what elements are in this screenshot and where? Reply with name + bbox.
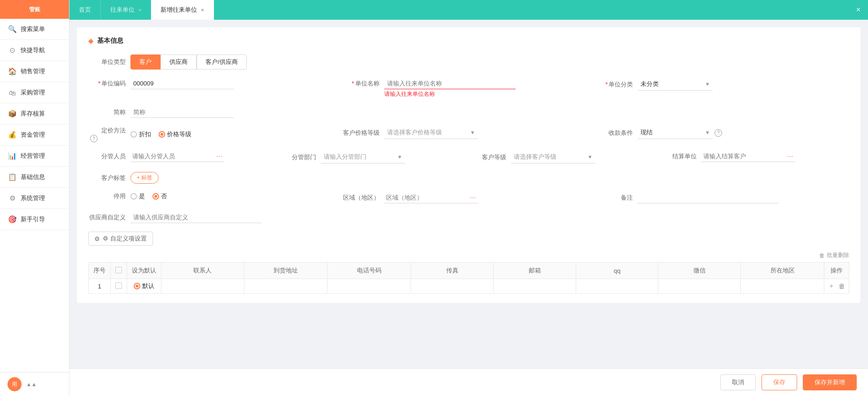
disabled-no-radio[interactable]: [152, 193, 159, 200]
category-label: *单位分类: [595, 80, 633, 89]
region-field: 区域（地区） ···: [342, 192, 596, 203]
col-phone: 电话号码: [327, 263, 411, 279]
sidebar-item-operation[interactable]: 📊 经营管理: [0, 146, 69, 167]
purchase-icon: 🛍: [8, 88, 17, 97]
email-input[interactable]: [497, 283, 572, 290]
disabled-yes-radio[interactable]: [130, 193, 137, 200]
name-input[interactable]: [384, 78, 516, 89]
system-icon: ⚙: [8, 194, 17, 203]
sidebar-item-system[interactable]: ⚙ 系统管理: [0, 188, 69, 209]
sidebar-item-purchase[interactable]: 🛍 采购管理: [0, 82, 69, 103]
custom-settings-button[interactable]: ⚙ ⚙ 自定义项设置: [88, 232, 153, 246]
section-title: ◈ 基本信息: [88, 37, 849, 45]
contact-input[interactable]: [165, 283, 240, 290]
batch-delete-label[interactable]: 批量删除: [827, 251, 849, 259]
type-both-button[interactable]: 客户/供应商: [197, 54, 247, 70]
code-label: *单位编码: [88, 79, 126, 88]
sidebar-item-quicknav[interactable]: ⊙ 快捷导航: [0, 40, 69, 61]
unit-type-row: 单位类型 客户 供应商 客户/供应商: [88, 54, 849, 70]
name-error-msg: 请输入往来单位名称: [384, 90, 435, 98]
sidebar-item-search[interactable]: 🔍 搜索菜单: [0, 19, 69, 40]
name-field: *单位名称 请输入往来单位名称: [342, 78, 596, 98]
qq-input[interactable]: [580, 283, 654, 290]
payment-field: 收款条件 现结 ▼ ?: [595, 126, 849, 139]
settlement-ellipsis-button[interactable]: ···: [785, 152, 795, 161]
sidebar-item-sales[interactable]: 🏠 销售管理: [0, 61, 69, 82]
settlement-input[interactable]: [701, 151, 785, 162]
sidebar-item-basic[interactable]: 📋 基础信息: [0, 167, 69, 188]
sidebar-item-basic-label: 基础信息: [21, 173, 45, 181]
pricing-discount-radio[interactable]: [130, 131, 137, 138]
save-button[interactable]: 保存: [761, 374, 797, 390]
category-field: *单位分类 未分类 ▼: [595, 78, 849, 91]
select-all-checkbox[interactable]: [115, 267, 122, 273]
code-required: *: [98, 80, 100, 87]
type-customer-button[interactable]: 客户: [130, 54, 160, 70]
code-input[interactable]: [130, 78, 234, 89]
save-new-button[interactable]: 保存并新增: [803, 374, 857, 390]
tab-partners-close[interactable]: ×: [138, 7, 141, 13]
region-table-input[interactable]: [745, 283, 820, 290]
disabled-field: 停用 是 否: [88, 192, 342, 201]
section-title-icon: ◈: [88, 37, 93, 45]
window-close-button[interactable]: ×: [849, 6, 868, 14]
region-input[interactable]: [384, 192, 468, 203]
unit-type-label: 单位类型: [88, 58, 126, 66]
cell-region: [741, 279, 824, 294]
customer-level-select[interactable]: 请选择客户等级 ▼: [511, 151, 595, 163]
row-checkbox[interactable]: [115, 282, 122, 289]
tab-new-partner[interactable]: 新增往来单位 ×: [151, 0, 213, 20]
region-ellipsis-button[interactable]: ···: [468, 194, 478, 202]
region-label: 区域（地区）: [342, 194, 380, 202]
sidebar-item-guide[interactable]: 🎯 新手引导: [0, 209, 69, 230]
manager-input[interactable]: [130, 151, 214, 162]
sidebar-item-finance[interactable]: 💰 资金管理: [0, 124, 69, 146]
manager-label: 分管人员: [88, 152, 126, 161]
user-info: ▲▲: [26, 381, 37, 387]
price-level-select[interactable]: 请选择客户价格等级 ▼: [384, 126, 478, 139]
sidebar-item-inventory[interactable]: 📦 库存核算: [0, 103, 69, 124]
tab-partners[interactable]: 往来单位 ×: [101, 0, 151, 20]
delete-row-button[interactable]: 🗑: [838, 282, 845, 290]
shortname-input[interactable]: [130, 107, 234, 118]
cell-checkbox: [111, 279, 127, 294]
pricing-level-option[interactable]: 价格等级: [159, 130, 191, 139]
col-fax: 传真: [411, 263, 494, 279]
type-supplier-button[interactable]: 供应商: [160, 54, 197, 70]
wechat-input[interactable]: [662, 283, 737, 290]
manager-ellipsis-button[interactable]: ···: [214, 152, 224, 161]
add-row-button[interactable]: ＋: [828, 282, 835, 290]
tab-new-partner-close[interactable]: ×: [201, 7, 204, 13]
default-label: 默认: [142, 282, 154, 290]
sidebar-logo: 管账: [0, 0, 69, 19]
phone-input[interactable]: [331, 283, 407, 290]
category-select[interactable]: 未分类 ▼: [638, 78, 713, 91]
disabled-no-option[interactable]: 否: [152, 192, 167, 201]
remark-input[interactable]: [638, 192, 778, 203]
customer-level-placeholder: 请选择客户等级: [514, 153, 586, 161]
manager-field: 分管人员 ···: [88, 151, 279, 162]
code-name-category-row: *单位编码 *单位名称 请输入往来单位名称: [88, 78, 849, 98]
footer: 取消 保存 保存并新增: [69, 368, 868, 396]
default-radio-option[interactable]: 默认: [131, 282, 157, 290]
tab-home[interactable]: 首页: [69, 0, 101, 20]
fax-input[interactable]: [415, 283, 489, 290]
address-input[interactable]: [248, 283, 324, 290]
default-radio[interactable]: [134, 283, 140, 289]
contacts-table: 序号 设为默认 联系人 到货地址 电话号码 传真 邮箱 qq 微信 所在地区 操…: [88, 262, 849, 294]
cancel-button[interactable]: 取消: [720, 374, 756, 390]
sidebar: 管账 🔍 搜索菜单 ⊙ 快捷导航 🏠 销售管理 🛍 采购管理 📦 库存核算 💰 …: [0, 0, 69, 396]
disabled-yes-option[interactable]: 是: [130, 192, 145, 201]
dept-label: 分管部门: [279, 153, 316, 162]
dept-select[interactable]: 请输入分管部门 ▼: [321, 151, 405, 163]
supplier-custom-input[interactable]: [130, 212, 262, 223]
payment-help-icon[interactable]: ?: [715, 129, 722, 137]
sidebar-item-guide-label: 新手引导: [21, 215, 45, 224]
pricing-discount-option[interactable]: 折扣: [130, 130, 151, 139]
payment-select[interactable]: 现结 ▼: [638, 126, 713, 139]
col-qq: qq: [576, 263, 658, 279]
contacts-table-container: 序号 设为默认 联系人 到货地址 电话号码 传真 邮箱 qq 微信 所在地区 操…: [88, 262, 849, 294]
pricing-help-icon[interactable]: ?: [90, 135, 98, 142]
pricing-level-radio[interactable]: [159, 131, 165, 138]
add-tag-button[interactable]: + 标签: [130, 172, 159, 184]
